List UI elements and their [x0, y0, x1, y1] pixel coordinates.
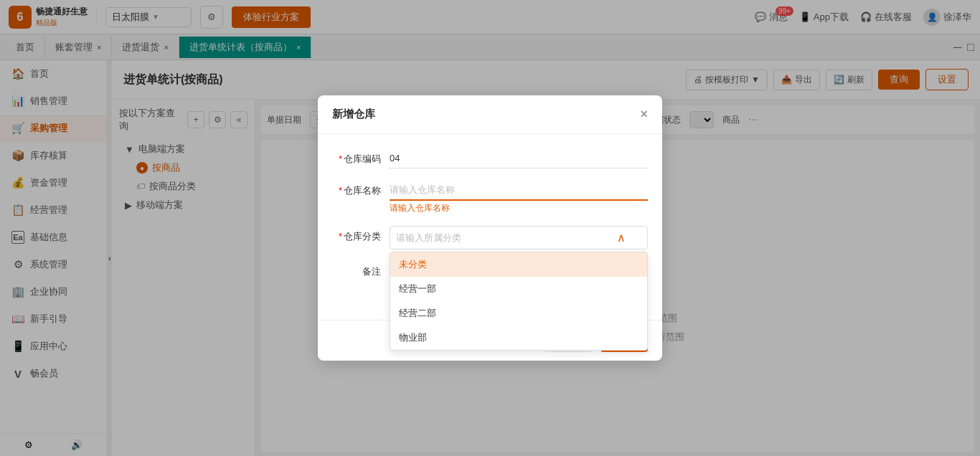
warehouse-name-field: 请输入仓库名称 — [390, 180, 648, 214]
warehouse-name-input[interactable] — [390, 180, 648, 201]
modal-header: 新增仓库 × — [318, 95, 662, 134]
chevron-up-icon: ∧ — [617, 231, 626, 244]
category-placeholder: 请输入所属分类 — [396, 232, 461, 244]
dropdown-option-3[interactable]: 物业部 — [390, 326, 647, 350]
form-row-code: 仓库编码 — [332, 148, 648, 168]
new-warehouse-modal: 新增仓库 × 仓库编码 仓库名称 请输入仓库名称 仓库分类 — [318, 95, 662, 361]
category-dropdown-trigger[interactable]: 请输入所属分类 ∧ — [390, 226, 648, 250]
warehouse-category-label: 仓库分类 — [332, 226, 390, 243]
modal-body: 仓库编码 仓库名称 请输入仓库名称 仓库分类 请输入所属分类 — [318, 134, 662, 320]
dropdown-option-0[interactable]: 未分类 — [390, 252, 647, 277]
warehouse-code-field — [390, 148, 648, 168]
form-row-category: 仓库分类 请输入所属分类 ∧ 未分类 经营一部 经营二 — [332, 226, 648, 250]
note-label: 备注 — [332, 261, 390, 278]
warehouse-code-input[interactable] — [390, 148, 648, 168]
warehouse-name-label: 仓库名称 — [332, 180, 390, 197]
form-row-name: 仓库名称 请输入仓库名称 — [332, 180, 648, 214]
warehouse-code-label: 仓库编码 — [332, 148, 390, 166]
modal-title: 新增仓库 — [332, 108, 375, 121]
category-dropdown-list: 未分类 经营一部 经营二部 物业部 — [390, 252, 648, 351]
modal-overlay[interactable]: 新增仓库 × 仓库编码 仓库名称 请输入仓库名称 仓库分类 — [0, 0, 980, 456]
dropdown-option-2[interactable]: 经营二部 — [390, 301, 647, 326]
dropdown-option-1[interactable]: 经营一部 — [390, 277, 647, 301]
warehouse-name-error: 请输入仓库名称 — [390, 202, 648, 214]
warehouse-category-field: 请输入所属分类 ∧ 未分类 经营一部 经营二部 — [390, 226, 648, 250]
modal-close-button[interactable]: × — [640, 107, 648, 122]
